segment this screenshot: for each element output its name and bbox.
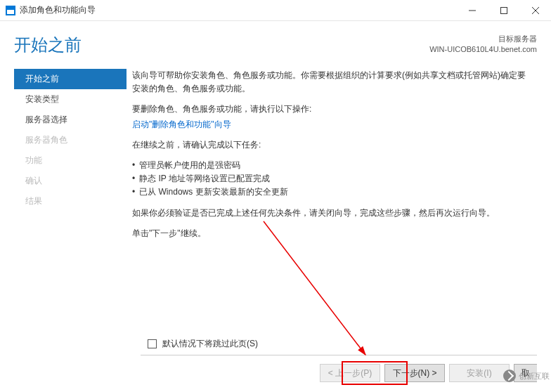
minimize-button[interactable] <box>456 0 488 21</box>
skip-checkbox[interactable] <box>148 339 157 348</box>
window-controls <box>456 0 551 21</box>
app-icon <box>6 6 15 15</box>
window-title: 添加角色和功能向导 <box>20 4 456 16</box>
prereq-list: 管理员帐户使用的是强密码 静态 IP 地址等网络设置已配置完成 已从 Windo… <box>132 159 531 200</box>
prereq-item: 管理员帐户使用的是强密码 <box>132 159 531 172</box>
continue-note: 单击"下一步"继续。 <box>132 227 531 240</box>
prereq-item: 静态 IP 地址等网络设置已配置完成 <box>132 172 531 185</box>
server-name: WIN-UICOB610L4U.benet.com <box>429 44 537 55</box>
sidebar: 开始之前 安装类型 服务器选择 服务器角色 功能 确认 结果 <box>14 69 127 247</box>
titlebar: 添加角色和功能向导 <box>0 0 551 21</box>
sidebar-item-before-you-begin[interactable]: 开始之前 <box>14 69 127 89</box>
watermark-text: 创新互联 <box>519 371 550 381</box>
sidebar-item-server-selection[interactable]: 服务器选择 <box>14 110 127 130</box>
remove-roles-link[interactable]: 启动"删除角色和功能"向导 <box>132 118 531 131</box>
watermark: 创新互联 <box>503 370 550 382</box>
prereq-item: 已从 Windows 更新安装最新的安全更新 <box>132 185 531 199</box>
sidebar-item-confirmation: 确认 <box>14 171 127 191</box>
skip-row: 默认情况下将跳过此页(S) <box>148 338 258 350</box>
previous-button: < 上一步(P) <box>320 364 380 382</box>
sidebar-item-server-roles: 服务器角色 <box>14 130 127 150</box>
sidebar-item-installation-type[interactable]: 安装类型 <box>14 89 127 110</box>
skip-label: 默认情况下将跳过此页(S) <box>162 338 258 350</box>
before-continue-label: 在继续之前，请确认完成以下任务: <box>132 138 531 152</box>
next-button[interactable]: 下一步(N) > <box>384 364 445 382</box>
page-title: 开始之前 <box>14 34 429 56</box>
header: 开始之前 目标服务器 WIN-UICOB610L4U.benet.com <box>0 21 551 63</box>
maximize-button[interactable] <box>488 0 519 21</box>
close-button[interactable] <box>519 0 551 21</box>
sidebar-item-features: 功能 <box>14 150 127 171</box>
content-panel: 该向导可帮助你安装角色、角色服务或功能。你需要根据组织的计算要求(例如共享文档或… <box>127 69 537 247</box>
svg-rect-1 <box>500 7 507 13</box>
install-button: 安装(I) <box>449 364 510 382</box>
intro-text: 该向导可帮助你安装角色、角色服务或功能。你需要根据组织的计算要求(例如共享文档或… <box>132 69 531 96</box>
remove-instruction: 要删除角色、角色服务或功能，请执行以下操作: <box>132 103 531 116</box>
server-label: 目标服务器 <box>429 34 537 44</box>
main-area: 开始之前 安装类型 服务器选择 服务器角色 功能 确认 结果 该向导可帮助你安装… <box>0 63 551 247</box>
server-info: 目标服务器 WIN-UICOB610L4U.benet.com <box>429 34 537 56</box>
sidebar-item-results: 结果 <box>14 191 127 211</box>
verify-note: 如果你必须验证是否已完成上述任何先决条件，请关闭向导，完成这些步骤，然后再次运行… <box>132 207 531 220</box>
footer-divider <box>141 355 537 355</box>
watermark-icon <box>503 370 516 382</box>
